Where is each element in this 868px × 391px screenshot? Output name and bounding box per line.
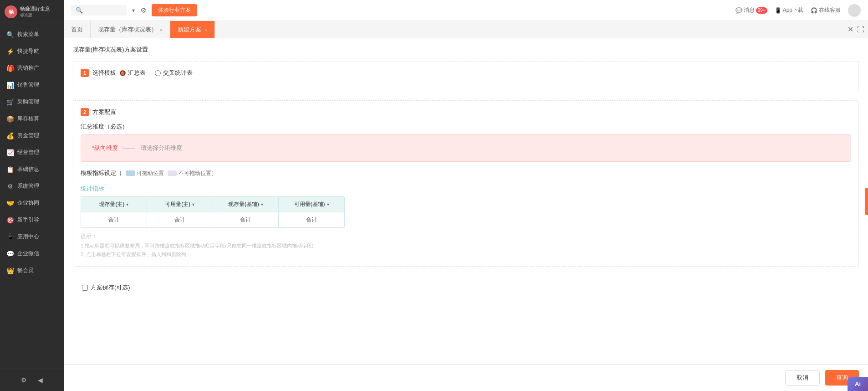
search-input[interactable] xyxy=(86,7,122,14)
stats-table-header: 现存量(主)▾合计可用量(主)▾合计现存量(基辅)▾合计可用量(基辅)▾合计 xyxy=(81,197,344,227)
sidebar-item-label: 企业协同 xyxy=(17,199,39,207)
sidebar-item-label: 基础信息 xyxy=(17,165,39,173)
stats-col-cell-2: 合计 xyxy=(213,212,279,227)
sidebar-item-label: 销售管理 xyxy=(17,81,39,89)
tab-label: 首页 xyxy=(71,26,83,34)
message-btn[interactable]: 💬 消息 99+ xyxy=(735,6,767,14)
sidebar-item-app-center[interactable]: 📱应用中心 xyxy=(0,228,64,245)
sidebar-item-operations[interactable]: 📈经营管理 xyxy=(0,144,64,161)
stats-col-header-1[interactable]: 可用量(主)▾ xyxy=(147,197,213,212)
stats-col-header-0[interactable]: 现存量(主)▾ xyxy=(81,197,147,212)
dimension-placeholder: 请选择分组维度 xyxy=(141,144,182,152)
gear-icon[interactable]: ⚙ xyxy=(140,6,146,15)
sidebar-item-label: 经营管理 xyxy=(17,149,39,156)
main-content: 现存量(库存状况表)方案设置 1 选择模板 汇总表 交叉统计表 xyxy=(64,38,868,364)
message-icon: 💬 xyxy=(735,7,742,14)
expand-btn[interactable]: ⛶ xyxy=(857,26,864,34)
tab-label: 新建方案 xyxy=(178,26,201,34)
sidebar-bottom: ⚙ ◀ xyxy=(0,369,64,391)
sidebar-item-quick-nav[interactable]: ⚡快捷导航 xyxy=(0,43,64,60)
chevron-down-icon: ▾ xyxy=(327,202,329,207)
stats-table: 现存量(主)▾合计可用量(主)▾合计现存量(基辅)▾合计可用量(基辅)▾合计 xyxy=(81,196,345,228)
sales-icon: 📊 xyxy=(6,82,14,89)
sidebar-item-member[interactable]: 👑畅会员 xyxy=(0,262,64,279)
finance-icon: 💰 xyxy=(6,132,14,139)
stats-col-3: 可用量(基辅)▾合计 xyxy=(279,197,344,227)
app-edition: 标准版 xyxy=(20,12,50,18)
step2-badge: 2 xyxy=(81,108,89,116)
chevron-down-icon: ▾ xyxy=(126,202,128,207)
tab-close-icon[interactable]: × xyxy=(204,27,207,32)
collapse-btn[interactable]: ◀ xyxy=(33,373,47,387)
trial-button[interactable]: 体验行业方案 xyxy=(152,4,197,16)
right-panel-handle[interactable] xyxy=(865,188,868,215)
sidebar-item-basic-info[interactable]: 📋基础信息 xyxy=(0,161,64,178)
sidebar-item-inventory[interactable]: 📦库存核算 xyxy=(0,110,64,127)
sidebar-item-marketing[interactable]: 🎁营销推广 xyxy=(0,60,64,77)
summary-table-label: 汇总表 xyxy=(128,69,146,77)
sidebar-item-finance[interactable]: 💰资金管理 xyxy=(0,127,64,144)
quick-nav-icon: ⚡ xyxy=(6,48,14,55)
summary-table-radio[interactable]: 汇总表 xyxy=(120,69,146,77)
sidebar-item-enterprise[interactable]: 🤝企业协同 xyxy=(0,195,64,211)
dimension-dash: —— xyxy=(123,145,135,152)
sidebar-item-new-guide[interactable]: 🎯新手引导 xyxy=(0,211,64,228)
app-name-block: 畅赚通好生意 标准版 xyxy=(20,5,50,18)
page-title: 现存量(库存状况表)方案设置 xyxy=(73,46,859,54)
step1-section: 1 选择模板 汇总表 交叉统计表 xyxy=(73,61,859,91)
chevron-down-icon: ▾ xyxy=(261,202,263,207)
stats-section: 统计指标 现存量(主)▾合计可用量(主)▾合计现存量(基辅)▾合计可用量(基辅)… xyxy=(81,185,851,228)
step1-badge: 1 xyxy=(81,69,89,77)
purchase-icon: 🛒 xyxy=(6,98,14,106)
phone-icon: 📱 xyxy=(775,7,781,14)
non-draggable-box xyxy=(168,170,177,176)
operations-icon: 📈 xyxy=(6,149,14,156)
stats-col-2: 现存量(基辅)▾合计 xyxy=(213,197,279,227)
sidebar-item-search[interactable]: 🔍搜索菜单 xyxy=(0,26,64,43)
sidebar-item-label: 新手引导 xyxy=(17,216,39,224)
sidebar-item-system[interactable]: ⚙系统管理 xyxy=(0,178,64,195)
col-header-text: 现存量(主) xyxy=(99,201,124,208)
cross-table-radio[interactable]: 交叉统计表 xyxy=(155,69,193,77)
search-dropdown[interactable]: ▾ xyxy=(132,7,135,14)
tab-inventory_status[interactable]: 现存量（库存状况表）× xyxy=(91,21,170,38)
logo-char: 畅 xyxy=(9,9,14,15)
stats-col-cell-3: 合计 xyxy=(279,212,344,227)
header-search[interactable]: 🔍 xyxy=(71,5,127,15)
app-download-label: App下载 xyxy=(783,6,803,14)
stats-col-header-2[interactable]: 现存量(基辅)▾ xyxy=(213,197,279,212)
sidebar-item-purchase[interactable]: 🛒采购管理 xyxy=(0,93,64,110)
stats-col-header-3[interactable]: 可用量(基辅)▾ xyxy=(279,197,344,212)
top-header: 🔍 ▾ ⚙ 体验行业方案 💬 消息 99+ 📱 App下载 🎧 在线客服 xyxy=(64,0,868,21)
col-header-text: 可用量(基辅) xyxy=(294,201,325,208)
tab-new_plan[interactable]: 新建方案× xyxy=(170,21,214,38)
user-avatar[interactable] xyxy=(848,4,861,17)
page-content: 现存量(库存状况表)方案设置 1 选择模板 汇总表 交叉统计表 xyxy=(64,38,868,364)
cancel-button[interactable]: 取消 xyxy=(785,370,820,386)
ai-badge[interactable]: Ai xyxy=(848,377,868,391)
main-area: 🔍 ▾ ⚙ 体验行业方案 💬 消息 99+ 📱 App下载 🎧 在线客服 xyxy=(64,0,868,391)
member-icon: 👑 xyxy=(6,267,14,274)
sidebar-item-label: 畅会员 xyxy=(17,267,34,274)
stats-col-0: 现存量(主)▾合计 xyxy=(81,197,147,227)
marketing-icon: 🎁 xyxy=(6,65,14,72)
tab-close-icon[interactable]: × xyxy=(160,27,163,32)
save-checkbox[interactable] xyxy=(82,285,88,291)
online-service-btn[interactable]: 🎧 在线客服 xyxy=(811,6,841,14)
sidebar-item-sales[interactable]: 📊销售管理 xyxy=(0,77,64,93)
message-badge: 99+ xyxy=(756,7,767,14)
close-panel-btn[interactable]: ✕ xyxy=(848,25,853,34)
app-download-btn[interactable]: 📱 App下载 xyxy=(775,6,803,14)
app-name: 畅赚通好生意 xyxy=(20,5,50,12)
wechat-icon: 💬 xyxy=(6,250,14,257)
col-header-text: 可用量(主) xyxy=(165,201,190,208)
tab-bar: 首页现存量（库存状况表）×新建方案× ✕ ⛶ xyxy=(64,21,868,38)
settings-btn[interactable]: ⚙ xyxy=(16,373,31,387)
message-label: 消息 xyxy=(744,6,755,14)
save-option: 方案保存(可选) xyxy=(73,276,859,299)
dimension-area[interactable]: *纵向维度 —— 请选择分组维度 xyxy=(81,134,851,162)
sidebar-item-wechat[interactable]: 💬企业微信 xyxy=(0,245,64,262)
draggable-box xyxy=(126,170,135,176)
tab-home[interactable]: 首页 xyxy=(64,21,91,38)
bottom-bar: 取消 查询 xyxy=(64,364,868,391)
